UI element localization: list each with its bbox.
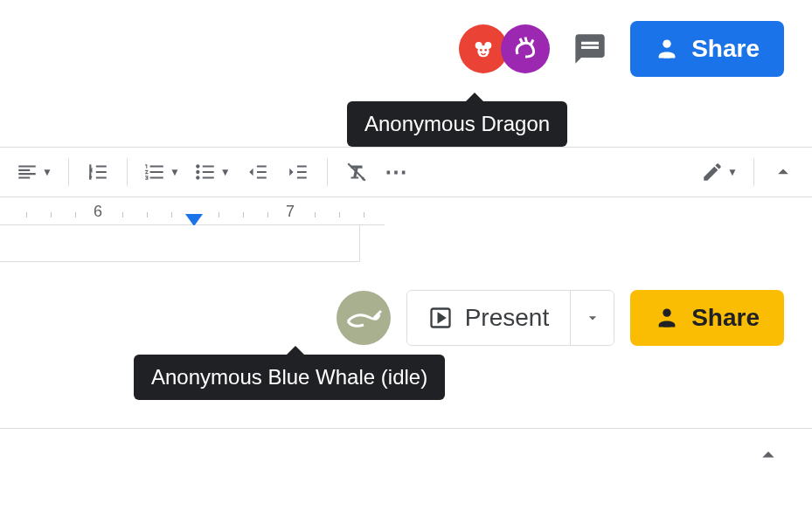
ruler-tick [122, 212, 123, 217]
line-spacing-icon [87, 161, 109, 183]
dropdown-caret-icon: ▼ [42, 166, 52, 178]
dropdown-caret-icon: ▼ [220, 166, 231, 178]
line-spacing-button[interactable] [80, 154, 116, 190]
comment-icon [573, 31, 607, 66]
svg-point-9 [196, 176, 199, 179]
ruler-tick [339, 212, 340, 217]
collaborator-avatars [459, 24, 550, 73]
bulleted-list-icon [194, 161, 217, 183]
ruler-tick [267, 212, 268, 217]
present-dropdown-button[interactable] [570, 291, 614, 345]
svg-point-7 [196, 164, 199, 168]
decrease-indent-button[interactable] [239, 154, 276, 190]
tooltip-whale: Anonymous Blue Whale (idle) [134, 355, 445, 400]
increase-indent-button[interactable] [280, 154, 316, 190]
share-button-slides[interactable]: Share [630, 290, 784, 346]
whale-icon [343, 297, 385, 339]
indent-marker[interactable] [185, 214, 203, 226]
formatting-toolbar: ▼ ▼ ▼ ⋯ ▼ [0, 147, 812, 197]
document-area[interactable] [0, 225, 360, 262]
share-button-label: Share [691, 35, 760, 63]
increase-indent-icon [287, 161, 309, 183]
svg-rect-12 [663, 324, 671, 328]
align-left-icon [16, 161, 38, 183]
ruler-tick [26, 212, 27, 217]
svg-point-11 [663, 309, 671, 317]
tooltip-dragon-text: Anonymous Dragon [364, 112, 550, 135]
svg-point-4 [485, 49, 488, 52]
svg-point-8 [196, 170, 199, 174]
numbered-list-icon [143, 161, 166, 183]
collaborator-avatar-whale[interactable] [337, 291, 391, 345]
share-person-icon [655, 37, 679, 61]
ruler[interactable]: 6 7 [0, 197, 385, 225]
toolbar-separator [753, 158, 754, 186]
ruler-number: 7 [286, 203, 295, 221]
pencil-icon [701, 161, 724, 183]
dropdown-caret-icon: ▼ [170, 166, 180, 178]
ruler-tick [171, 212, 172, 217]
top-header-row: Share [459, 21, 784, 77]
tooltip-dragon: Anonymous Dragon [347, 101, 567, 147]
share-button-docs[interactable]: Share [630, 21, 784, 77]
align-button[interactable]: ▼ [10, 154, 58, 190]
ruler-tick [219, 212, 219, 217]
bottom-divider [0, 428, 812, 480]
clear-formatting-icon [345, 161, 368, 183]
toolbar-separator [327, 158, 328, 186]
present-button-group: Present [406, 290, 615, 346]
share-button-label: Share [691, 304, 760, 332]
tooltip-whale-text: Anonymous Blue Whale (idle) [151, 365, 427, 389]
svg-point-3 [480, 49, 482, 52]
editing-mode-button[interactable]: ▼ [696, 154, 743, 190]
present-button[interactable]: Present [407, 291, 571, 345]
clear-formatting-button[interactable] [338, 154, 375, 190]
slides-header-row: Present Share [337, 290, 784, 346]
collapse-toolbar-button[interactable] [765, 154, 802, 190]
present-play-icon [428, 306, 453, 330]
svg-point-5 [663, 40, 671, 48]
toolbar-separator [68, 158, 69, 186]
dropdown-caret-icon: ▼ [727, 166, 738, 178]
ruler-tick [75, 212, 76, 217]
ruler-number: 6 [94, 203, 102, 221]
comments-button[interactable] [571, 30, 609, 68]
ruler-tick [315, 212, 316, 217]
toolbar-separator [127, 158, 128, 186]
present-button-label: Present [465, 304, 550, 332]
ruler-tick [243, 212, 244, 217]
ruler-tick [364, 212, 364, 217]
share-person-icon [655, 306, 679, 330]
monkey-icon [469, 35, 497, 63]
collaborator-avatar-dragon[interactable] [501, 24, 550, 73]
svg-rect-6 [663, 55, 671, 59]
chevron-down-icon [584, 309, 601, 327]
chevron-up-icon [754, 441, 782, 469]
more-options-button[interactable]: ⋯ [378, 154, 415, 190]
ruler-tick [147, 212, 148, 217]
numbered-list-button[interactable]: ▼ [138, 154, 185, 190]
decrease-indent-icon [246, 161, 269, 183]
more-icon: ⋯ [385, 159, 409, 186]
chevron-up-icon [771, 160, 795, 184]
collapse-panel-button[interactable] [754, 441, 782, 469]
ruler-tick [51, 212, 52, 217]
bulleted-list-button[interactable]: ▼ [189, 154, 236, 190]
dragon-icon [510, 33, 541, 65]
